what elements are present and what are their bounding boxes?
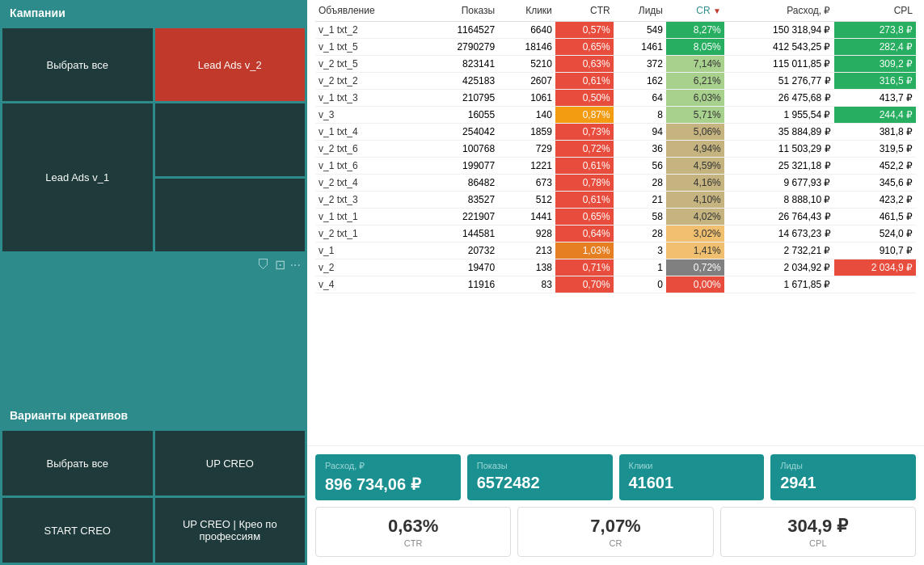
cell-cr: 8,27% bbox=[666, 22, 724, 39]
cell-shows: 144581 bbox=[423, 226, 499, 242]
cell-ctr: 0,87% bbox=[555, 107, 614, 124]
table-row[interactable]: v_1 txt_321079510610,50%646,03%26 475,68… bbox=[315, 90, 916, 107]
col-header-shows[interactable]: Показы bbox=[423, 0, 499, 22]
cell-ad: v_4 bbox=[315, 276, 423, 293]
more-icon[interactable]: ··· bbox=[290, 258, 301, 272]
cell-cpl: 461,5 ₽ bbox=[834, 209, 917, 226]
cell-clicks: 83 bbox=[498, 276, 555, 293]
cell-cpl: 524,0 ₽ bbox=[834, 226, 917, 242]
cell-cr: 0,72% bbox=[666, 259, 724, 276]
cell-cpl: 423,2 ₽ bbox=[834, 192, 917, 209]
cell-cpl: 316,5 ₽ bbox=[834, 73, 917, 90]
col-header-cpl[interactable]: CPL bbox=[834, 0, 917, 22]
cell-clicks: 18146 bbox=[498, 39, 555, 56]
data-table-container[interactable]: Объявление Показы Клики CTR Лиды CR ▼ Ра… bbox=[307, 0, 924, 445]
creative-select-all[interactable]: Выбрать все bbox=[2, 431, 153, 495]
summary-ctr-label: CTR bbox=[326, 538, 500, 548]
table-row[interactable]: v_1 txt_425404218590,73%945,06%35 884,89… bbox=[315, 124, 916, 141]
table-row[interactable]: v_411916830,70%00,00%1 671,85 ₽ bbox=[315, 276, 916, 293]
table-row[interactable]: v_2 txt_582314152100,63%3727,14%115 011,… bbox=[315, 56, 916, 73]
cell-leads: 1461 bbox=[614, 39, 666, 56]
cell-cr: 4,94% bbox=[666, 141, 724, 158]
cell-clicks: 1441 bbox=[498, 209, 555, 226]
cell-ad: v_2 txt_3 bbox=[315, 192, 423, 209]
table-row[interactable]: v_2 txt_61007687290,72%364,94%11 503,29 … bbox=[315, 141, 916, 158]
cell-ad: v_1 txt_2 bbox=[315, 22, 423, 39]
creative-start-creo[interactable]: START CREO bbox=[2, 498, 153, 563]
cell-cpl: 413,7 ₽ bbox=[834, 90, 917, 107]
cell-clicks: 1061 bbox=[498, 90, 555, 107]
filter-icon[interactable]: ⛉ bbox=[257, 258, 270, 272]
cell-cr: 4,10% bbox=[666, 192, 724, 209]
cell-spend: 51 276,77 ₽ bbox=[724, 73, 834, 90]
cell-shows: 16055 bbox=[423, 107, 499, 124]
campaign-lead-ads-v2[interactable]: Lead Ads v_2 bbox=[155, 28, 306, 101]
cell-spend: 11 503,29 ₽ bbox=[724, 141, 834, 158]
summary-clicks-label: Клики bbox=[629, 461, 755, 470]
creative-up-creo[interactable]: UP CREO bbox=[155, 431, 306, 495]
table-row[interactable]: v_1 txt_52790279181460,65%14618,05%412 5… bbox=[315, 39, 916, 56]
table-row[interactable]: v_1 txt_122190714410,65%584,02%26 764,43… bbox=[315, 209, 916, 226]
cell-cr: 5,71% bbox=[666, 107, 724, 124]
table-row[interactable]: v_1 txt_2116452766400,57%5498,27%150 318… bbox=[315, 22, 916, 39]
cell-shows: 210795 bbox=[423, 90, 499, 107]
cell-clicks: 6640 bbox=[498, 22, 555, 39]
table-row[interactable]: v_2 txt_242518326070,61%1626,21%51 276,7… bbox=[315, 73, 916, 90]
table-row[interactable]: v_2194701380,71%10,72%2 034,92 ₽2 034,9 … bbox=[315, 259, 916, 276]
summary-leads-label: Лиды bbox=[780, 461, 906, 470]
cell-shows: 199077 bbox=[423, 158, 499, 175]
cell-spend: 2 034,92 ₽ bbox=[724, 259, 834, 276]
cell-spend: 412 543,25 ₽ bbox=[724, 39, 834, 56]
table-row[interactable]: v_2 txt_3835275120,61%214,10%8 888,10 ₽4… bbox=[315, 192, 916, 209]
col-header-cr[interactable]: CR ▼ bbox=[666, 0, 724, 22]
expand-icon[interactable]: ⊡ bbox=[275, 257, 285, 272]
cell-ad: v_3 bbox=[315, 107, 423, 124]
col-header-clicks[interactable]: Клики bbox=[498, 0, 555, 22]
col-header-ad[interactable]: Объявление bbox=[315, 0, 423, 22]
cell-shows: 425183 bbox=[423, 73, 499, 90]
col-header-spend[interactable]: Расход, ₽ bbox=[724, 0, 834, 22]
table-row[interactable]: v_1 txt_619907712210,61%564,59%25 321,18… bbox=[315, 158, 916, 175]
cell-ctr: 0,61% bbox=[555, 192, 614, 209]
summary-card-leads: Лиды 2941 bbox=[770, 454, 916, 500]
table-row[interactable]: v_1207322131,03%31,41%2 732,21 ₽910,7 ₽ bbox=[315, 242, 916, 259]
cell-ad: v_1 txt_6 bbox=[315, 158, 423, 175]
summary-shows-value: 6572482 bbox=[477, 474, 603, 492]
campaign-empty1[interactable] bbox=[155, 103, 306, 176]
summary-stat-cpl: 304,9 ₽ CPL bbox=[720, 507, 916, 557]
cell-spend: 1 955,54 ₽ bbox=[724, 107, 834, 124]
cell-clicks: 928 bbox=[498, 226, 555, 242]
cell-cpl: 381,8 ₽ bbox=[834, 124, 917, 141]
cell-ad: v_2 txt_6 bbox=[315, 141, 423, 158]
cell-cpl: 319,5 ₽ bbox=[834, 141, 917, 158]
cell-cr: 7,14% bbox=[666, 56, 724, 73]
cell-clicks: 213 bbox=[498, 242, 555, 259]
cell-cr: 6,03% bbox=[666, 90, 724, 107]
cell-ad: v_1 txt_3 bbox=[315, 90, 423, 107]
table-row[interactable]: v_2 txt_11445819280,64%283,02%14 673,23 … bbox=[315, 226, 916, 242]
col-header-leads[interactable]: Лиды bbox=[614, 0, 666, 22]
campaigns-grid: Выбрать все Lead Ads v_2 Lead Ads v_1 bbox=[0, 26, 307, 254]
cell-leads: 162 bbox=[614, 73, 666, 90]
cell-ad: v_2 txt_4 bbox=[315, 175, 423, 192]
cell-ctr: 0,57% bbox=[555, 22, 614, 39]
cell-spend: 35 884,89 ₽ bbox=[724, 124, 834, 141]
cell-ctr: 0,64% bbox=[555, 226, 614, 242]
cell-leads: 372 bbox=[614, 56, 666, 73]
cell-cr: 6,21% bbox=[666, 73, 724, 90]
col-header-ctr[interactable]: CTR bbox=[555, 0, 614, 22]
cell-clicks: 1859 bbox=[498, 124, 555, 141]
table-row[interactable]: v_2 txt_4864826730,78%284,16%9 677,93 ₽3… bbox=[315, 175, 916, 192]
cell-cpl: 309,2 ₽ bbox=[834, 56, 917, 73]
cell-leads: 58 bbox=[614, 209, 666, 226]
cell-ad: v_1 txt_5 bbox=[315, 39, 423, 56]
creative-up-creo-prof[interactable]: UP CREO | Крео по профессиям bbox=[155, 498, 306, 563]
cell-shows: 1164527 bbox=[423, 22, 499, 39]
campaign-lead-ads-v1[interactable]: Lead Ads v_1 bbox=[2, 103, 153, 251]
campaign-select-all[interactable]: Выбрать все bbox=[2, 28, 153, 101]
campaign-empty2[interactable] bbox=[155, 179, 306, 251]
cell-spend: 9 677,93 ₽ bbox=[724, 175, 834, 192]
summary-ctr-value: 0,63% bbox=[326, 516, 500, 537]
table-row[interactable]: v_3160551400,87%85,71%1 955,54 ₽244,4 ₽ bbox=[315, 107, 916, 124]
cell-cr: 5,06% bbox=[666, 124, 724, 141]
